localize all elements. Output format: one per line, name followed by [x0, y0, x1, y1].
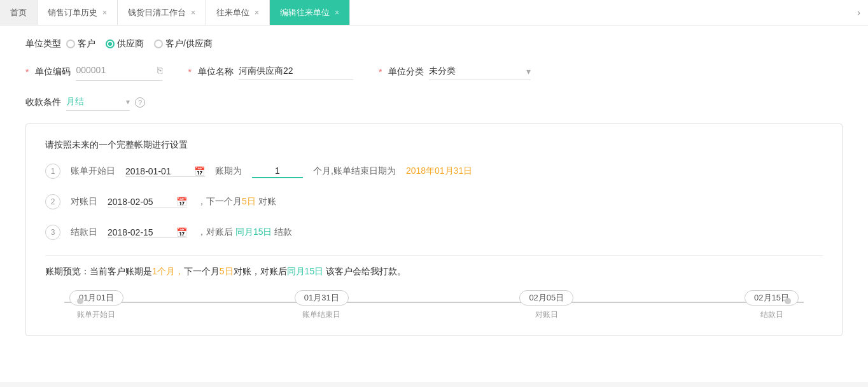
radio-customer-circle — [66, 39, 75, 48]
step-3-num: 3 — [45, 225, 60, 240]
radio-supplier-label: 供应商 — [117, 38, 144, 50]
radio-both[interactable]: 客户/供应商 — [154, 38, 213, 50]
timeline-right-dot — [785, 298, 791, 304]
unit-code-star: * — [25, 67, 29, 77]
radio-supplier[interactable]: 供应商 — [106, 38, 144, 50]
step-1-row: 1 账单开始日 📅 账期为 个月,账单结束日期为 2018年01月31日 — [45, 164, 823, 179]
radio-both-circle — [154, 39, 163, 48]
unit-type-radio-group: 客户 供应商 客户/供应商 — [66, 38, 213, 50]
timeline-label-1: 账单开始日 — [77, 309, 115, 320]
payment-terms-row: 收款条件 月结 ▾ ? — [25, 94, 843, 111]
unit-name-input[interactable] — [239, 64, 353, 80]
preview-reconcile-post: 对账，对账后 — [234, 266, 287, 276]
unit-type-field: 单位类型 客户 供应商 客户/供应商 — [25, 38, 213, 50]
preview-label: 账期预览：当前客户账期是 — [45, 266, 152, 276]
tab-cash-work[interactable]: 钱货日清工作台 × — [118, 0, 206, 25]
unit-category-arrow-icon: ▾ — [526, 66, 531, 76]
payment-terms-help-icon[interactable]: ? — [135, 97, 145, 108]
timeline-left-dot — [77, 298, 83, 304]
timeline-label-3: 对账日 — [535, 309, 558, 320]
tab-partner-unit-label: 往来单位 — [216, 7, 249, 18]
preview-section: 账期预览：当前客户账期是1个月，下一个月5日对账，对账后同月15日 该客户会给我… — [45, 255, 823, 320]
preview-reconcile-pre: 下一个月 — [184, 266, 220, 276]
step-2-label: 对账日 — [71, 196, 97, 208]
main-content: 单位类型 客户 供应商 客户/供应商 — [0, 25, 868, 382]
step-1-period-input[interactable] — [252, 164, 303, 178]
unit-type-label: 单位类型 — [25, 38, 61, 50]
unit-name-star: * — [188, 67, 191, 77]
tab-sales-history[interactable]: 销售订单历史 × — [38, 0, 118, 25]
tab-expand-button[interactable]: › — [850, 7, 868, 18]
step-3-date-wrap: 📅 — [108, 227, 187, 238]
timeline-label-2: 账单结束日 — [302, 309, 340, 320]
step-1-end-date: 2018年01月31日 — [406, 165, 472, 177]
timeline-point-2: 01月31日 账单结束日 — [295, 290, 349, 320]
unit-info-row: * 单位编码 ⎘ * 单位名称 * 单位分类 未分类 ▾ — [25, 62, 843, 81]
timeline-end-dot — [785, 298, 791, 304]
unit-category-label: 单位分类 — [388, 66, 424, 78]
step-2-num: 2 — [45, 194, 60, 209]
step-1-date-input[interactable] — [125, 166, 189, 176]
step-2-desc: ，下一个月5日 对账 — [197, 196, 276, 208]
unit-category-dropdown[interactable]: 未分类 ▾ — [429, 63, 531, 80]
tab-edit-partner[interactable]: 编辑往来单位 × — [270, 0, 350, 25]
timeline-badges-row: 01月01日 账单开始日 01月31日 账单结束日 02月05日 对账日 — [64, 290, 804, 320]
payment-terms-label: 收款条件 — [25, 97, 61, 108]
step-1-label: 账单开始日 — [71, 165, 115, 177]
step-2-date-wrap: 📅 — [108, 197, 187, 208]
settings-section: 请按照未来的一个完整帐期进行设置 1 账单开始日 📅 账期为 个月,账单结束日期… — [25, 123, 843, 336]
timeline-container: 01月01日 账单开始日 01月31日 账单结束日 02月05日 对账日 — [45, 290, 823, 320]
step-1-num: 1 — [45, 164, 60, 179]
step-1-date-wrap: 📅 — [125, 166, 205, 177]
tab-home-label: 首页 — [10, 7, 27, 18]
preview-period: 1个月， — [152, 266, 184, 276]
radio-customer-label: 客户 — [78, 38, 95, 50]
tab-sales-history-close[interactable]: × — [102, 8, 107, 17]
step-2-calendar-icon[interactable]: 📅 — [176, 197, 187, 207]
step-1-desc-pre: 账期为 — [215, 165, 242, 177]
payment-terms-value: 月结 — [66, 96, 123, 108]
timeline-badge-2: 01月31日 — [295, 290, 349, 306]
unit-category-value: 未分类 — [429, 66, 521, 77]
radio-supplier-dot — [108, 42, 112, 46]
unit-name-label: 单位名称 — [198, 66, 234, 78]
tab-bar: 首页 销售订单历史 × 钱货日清工作台 × 往来单位 × 编辑往来单位 × › — [0, 0, 868, 25]
payment-terms-field: 收款条件 月结 ▾ ? — [25, 94, 145, 111]
timeline-point-4: 02月15日 结款日 — [745, 290, 799, 320]
step-3-date-input[interactable] — [108, 227, 171, 237]
payment-terms-select[interactable]: 月结 ▾ — [66, 94, 130, 111]
unit-code-input-wrap: ⎘ — [76, 62, 162, 81]
step-3-label: 结款日 — [71, 227, 97, 238]
tab-cash-work-close[interactable]: × — [191, 8, 195, 17]
step-2-row: 2 对账日 📅 ，下一个月5日 对账 — [45, 194, 823, 209]
timeline-badge-3: 02月05日 — [519, 290, 573, 306]
radio-supplier-circle — [106, 39, 115, 48]
timeline-label-4: 结款日 — [760, 309, 783, 320]
step-3-calendar-icon[interactable]: 📅 — [176, 227, 187, 237]
timeline-point-1: 01月01日 账单开始日 — [69, 290, 123, 320]
tab-partner-unit-close[interactable]: × — [255, 8, 259, 17]
unit-code-copy-icon[interactable]: ⎘ — [157, 65, 162, 75]
preview-text: 账期预览：当前客户账期是1个月，下一个月5日对账，对账后同月15日 该客户会给我… — [45, 266, 823, 278]
unit-category-field: * 单位分类 未分类 ▾ — [379, 63, 531, 80]
step-2-date-input[interactable] — [108, 197, 171, 207]
tab-edit-partner-label: 编辑往来单位 — [280, 7, 330, 18]
preview-payment-highlight: 同月15日 — [287, 266, 324, 276]
unit-cat-star: * — [379, 67, 382, 77]
step-1-calendar-icon[interactable]: 📅 — [194, 166, 205, 176]
timeline-points: 01月01日 账单开始日 01月31日 账单结束日 02月05日 对账日 — [64, 290, 804, 320]
tab-partner-unit[interactable]: 往来单位 × — [206, 0, 270, 25]
unit-code-label: 单位编码 — [35, 66, 71, 78]
unit-type-row: 单位类型 客户 供应商 客户/供应商 — [25, 38, 843, 50]
timeline-point-3: 02月05日 对账日 — [519, 290, 573, 320]
step-3-desc: ，对账后 同月15日 结款 — [197, 227, 292, 238]
unit-code-input[interactable] — [76, 62, 152, 78]
radio-customer[interactable]: 客户 — [66, 38, 95, 50]
timeline-start-dot — [77, 298, 83, 304]
tab-home[interactable]: 首页 — [0, 0, 38, 25]
tab-sales-history-label: 销售订单历史 — [48, 7, 97, 18]
preview-payment-post: 该客户会给我打款。 — [326, 266, 406, 276]
unit-code-field: * 单位编码 ⎘ — [25, 62, 162, 81]
step-1-desc-post: 个月,账单结束日期为 — [313, 165, 396, 177]
tab-edit-partner-close[interactable]: × — [335, 8, 339, 17]
